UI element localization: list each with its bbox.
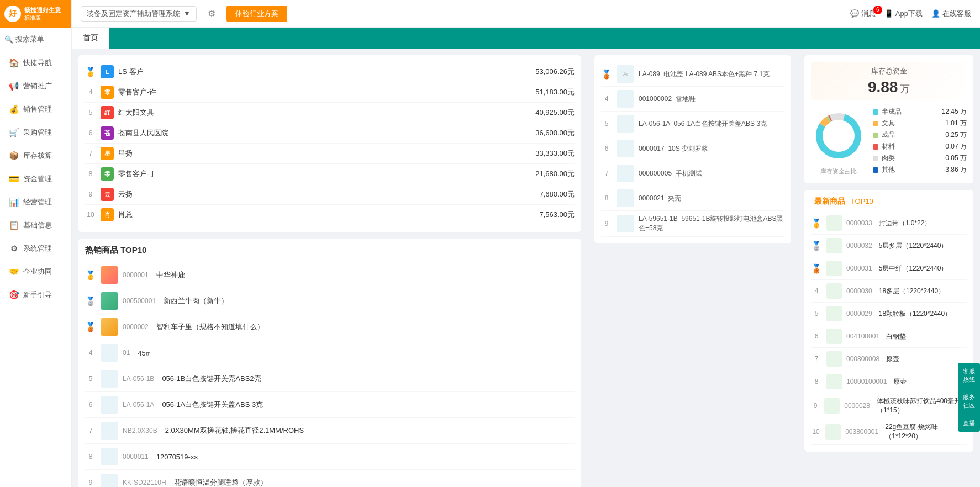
- customer-amount-7: 33,333.00元: [535, 149, 575, 158]
- sidebar-item-purchase[interactable]: 🛒 采购管理: [0, 121, 71, 144]
- sidebar-item-enterprise[interactable]: 🤝 企业协同: [0, 260, 71, 283]
- hot-item-8: 8 0000011 12070519-xs: [85, 444, 575, 470]
- hot-medal-gold: 🥇: [85, 270, 96, 280]
- customer-amount-4: 51,183.00元: [535, 87, 575, 97]
- latest-top-label: TOP10: [851, 197, 873, 205]
- customer-row-4: 4 零 零售客户-许 51,183.00元: [85, 82, 575, 103]
- customer-name-7: 星扬: [118, 149, 531, 158]
- message-button[interactable]: 💬 6 消息: [850, 9, 876, 19]
- hot-medal-bronze: 🥉: [85, 322, 96, 332]
- mobile-icon: 📱: [884, 9, 893, 18]
- inventory-icon: 📦: [9, 151, 19, 161]
- content-area: 🥇 L LS 客户 53,006.26元 4 零 零售客户-许 51,183.0…: [72, 49, 980, 487]
- inventory-legend: 半成品 12.45 万 文具 1.01 万: [873, 107, 967, 177]
- customer-badge-6: 苍: [101, 126, 114, 140]
- tab-home[interactable]: 首页: [72, 28, 109, 49]
- inventory-total: 库存总资金 9.88 万: [811, 62, 967, 100]
- customer-badge-8: 零: [101, 167, 114, 181]
- sidebar-search-section: 🔍 搜索菜单: [0, 28, 71, 51]
- legend-item-1: 文具 1.01 万: [873, 119, 967, 128]
- sidebar-item-system[interactable]: ⚙ 系统管理: [0, 237, 71, 260]
- latest-img-10: [825, 424, 841, 440]
- product-img-8: [617, 189, 634, 207]
- middle-section: 🥇 L LS 客户 53,006.26元 4 零 零售客户-许 51,183.0…: [72, 49, 588, 487]
- hot-img-4: [101, 344, 118, 362]
- product-row-9: 9 LA-59651-1B 59651-1B旋转投影灯电池盒ABS黑色+58克: [601, 211, 784, 237]
- latest-img-8: [826, 374, 842, 389]
- hot-item-4: 4 01 45#: [85, 340, 575, 366]
- product-img-9: [617, 215, 634, 232]
- hot-img-7: [101, 422, 118, 440]
- customer-name-4: 零售客户-许: [118, 87, 531, 97]
- donut-chart: [811, 108, 866, 163]
- sidebar-item-marketing[interactable]: 📢 营销推广: [0, 75, 71, 98]
- float-buttons: 客服 热线 服务 社区 直播: [958, 363, 980, 432]
- latest-item-2: 🥈 0000032 5层多层（1220*2440）: [811, 235, 967, 257]
- hot-item-2: 🥈 000500001 新西兰牛肉（新牛）: [85, 288, 575, 314]
- trial-button[interactable]: 体验行业方案: [226, 6, 287, 22]
- sidebar-item-sales[interactable]: 💰 销售管理: [0, 98, 71, 121]
- online-service-button[interactable]: 👤 在线客服: [931, 9, 971, 19]
- app-download-button[interactable]: 📱 App下载: [884, 9, 923, 19]
- latest-img-4: [826, 283, 842, 299]
- search-menu-button[interactable]: 🔍 搜索菜单: [4, 32, 67, 46]
- float-btn-live[interactable]: 直播: [958, 415, 980, 432]
- customer-name-8: 零售客户-于: [118, 169, 531, 179]
- legend-item-4: 肉类 -0.05 万: [873, 153, 967, 163]
- customer-badge-1: L: [101, 65, 114, 78]
- donut-chart-wrapper: 库存资金占比: [811, 108, 866, 176]
- message-badge: 6: [873, 6, 882, 14]
- rank-num-9: 9: [85, 190, 96, 198]
- customer-badge-7: 星: [101, 147, 114, 160]
- sidebar-item-operations[interactable]: 📊 经营管理: [0, 190, 71, 214]
- latest-item-4: 4 0000030 18多层（1220*2440）: [811, 280, 967, 303]
- latest-item-10: 10 003800001 22g鱼豆腐-烧烤味（1*12*20）: [811, 419, 967, 445]
- float-btn-community[interactable]: 服务 社区: [958, 389, 980, 415]
- product-ranking-card: 🥉 Ai LA-089 电池盖 LA-089 ABS本色+黑种 7.1克 4: [594, 55, 791, 244]
- customer-name-5: 红太阳文具: [118, 108, 531, 118]
- inventory-chart-container: 库存资金占比 半成品 12.45 万: [811, 107, 967, 177]
- sidebar-item-home[interactable]: 🏠 快捷导航: [0, 51, 71, 75]
- finance-icon: 💳: [9, 174, 19, 184]
- sidebar-item-inventory[interactable]: 📦 库存核算: [0, 144, 71, 167]
- nav-tabs: 首页: [72, 28, 980, 49]
- sidebar-item-basics[interactable]: 📋 基础信息: [0, 214, 71, 237]
- app-download-label: App下载: [895, 9, 923, 19]
- latest-item-3: 🥉 0000031 5层中纤（1220*2440）: [811, 257, 967, 280]
- system-selector[interactable]: 装备及固定资产辅助管理系统 ▼: [81, 6, 197, 22]
- customer-row-10: 10 肖 肖总 7,563.00元: [85, 205, 575, 225]
- online-service-label: 在线客服: [942, 9, 971, 19]
- legend-item-0: 半成品 12.45 万: [873, 107, 967, 117]
- right-panel: 库存总资金 9.88 万: [798, 49, 980, 487]
- customer-amount-9: 7,680.00元: [539, 189, 575, 199]
- float-btn-hotline[interactable]: 客服 热线: [958, 363, 980, 389]
- hot-medal-silver: 🥈: [85, 296, 96, 306]
- customer-name-1: LS 客户: [118, 67, 531, 77]
- hot-img-8: [101, 448, 118, 465]
- sidebar-item-guide[interactable]: 🎯 新手引导: [0, 283, 71, 306]
- product-row-6: 6 0000017 10S 变刺罗浆: [601, 136, 784, 161]
- product-img-7: [617, 165, 634, 182]
- latest-products-title: 最新商品 TOP10: [811, 197, 967, 207]
- product-img-4: [617, 90, 634, 108]
- product-img-3: Ai: [617, 65, 634, 83]
- sidebar-item-finance[interactable]: 💳 资金管理: [0, 167, 71, 190]
- customer-badge-4: 零: [101, 86, 114, 99]
- logo-icon: 好: [4, 6, 21, 22]
- hot-item-7: 7 NB2.0X30B 2.0X30MM双搓花轴,搓花直径2.1MM/ROHS: [85, 418, 575, 444]
- hot-img-2: [101, 292, 118, 310]
- legend-dot-0: [873, 109, 878, 115]
- customer-amount-6: 36,600.00元: [535, 128, 575, 138]
- customer-ranking-table: 🥇 L LS 客户 53,006.26元 4 零 零售客户-许 51,183.0…: [85, 62, 575, 225]
- hot-item-6: 6 LA-056-1A 056-1A白色按键开关盖ABS 3克: [85, 392, 575, 418]
- hot-item-3: 🥉 0000002 智利车子里（规格不知道填什么）: [85, 314, 575, 340]
- basics-icon: 📋: [9, 220, 19, 230]
- hot-item-1: 🥇 0000001 中华神鹿: [85, 262, 575, 288]
- rank-num-4: 4: [85, 88, 96, 96]
- settings-button[interactable]: ⚙: [203, 6, 220, 22]
- sidebar: 好 畅捷通好生意 标准版 🔍 搜索菜单 🏠 快捷导航 📢 营销推广 💰 销售管理…: [0, 0, 72, 487]
- customer-badge-10: 肖: [101, 208, 114, 221]
- customer-name-6: 苍南县人民医院: [118, 128, 531, 138]
- customer-amount-10: 7,563.00元: [539, 210, 575, 220]
- latest-medal-gold: 🥇: [811, 218, 822, 229]
